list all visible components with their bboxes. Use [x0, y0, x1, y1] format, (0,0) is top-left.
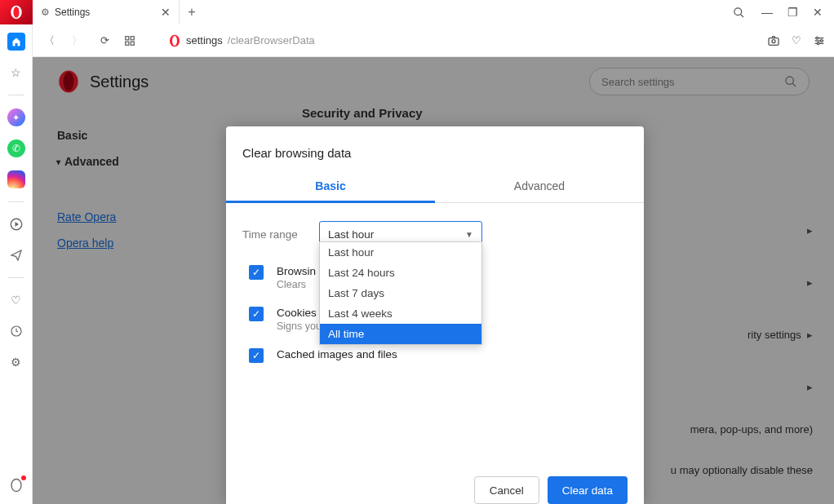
svg-point-17	[817, 42, 819, 45]
svg-point-16	[820, 39, 823, 42]
time-range-dropdown: Last hour Last 24 hours Last 7 days Last…	[319, 241, 482, 345]
sidebar-history-icon[interactable]	[7, 322, 25, 340]
sidebar-bookmark-icon[interactable]: ☆	[7, 64, 25, 82]
svg-point-1	[13, 7, 19, 18]
svg-rect-4	[126, 36, 129, 39]
time-range-value: Last hour	[328, 228, 374, 241]
svg-point-20	[11, 480, 21, 492]
checkbox-browsing-history[interactable]: ✓	[249, 265, 264, 280]
close-tab-icon[interactable]: ✕	[161, 6, 171, 19]
minimize-button[interactable]: —	[761, 6, 773, 19]
clear-data-button[interactable]: Clear data	[548, 476, 628, 504]
option-last-24-hours[interactable]: Last 24 hours	[320, 263, 481, 283]
time-range-label: Time range	[242, 228, 309, 241]
sidebar-home-icon[interactable]	[7, 33, 25, 51]
browsing-history-sub: Clears	[277, 279, 316, 290]
speed-dial-icon[interactable]	[124, 35, 140, 46]
maximize-button[interactable]: ❐	[787, 6, 798, 19]
option-all-time[interactable]: All time	[320, 324, 481, 344]
option-last-hour[interactable]: Last hour	[320, 242, 481, 263]
easy-setup-icon[interactable]	[813, 34, 826, 47]
opera-menu-button[interactable]	[0, 0, 33, 24]
forward-button: 〉	[69, 33, 85, 48]
address-bar[interactable]: settings/clearBrowserData	[168, 34, 315, 47]
sidebar-divider	[8, 95, 24, 95]
cancel-button[interactable]: Cancel	[474, 476, 539, 504]
new-tab-button[interactable]: +	[180, 0, 204, 24]
svg-rect-10	[769, 38, 779, 45]
dialog-title: Clear browsing data	[226, 126, 644, 171]
sidebar-opera-icon[interactable]	[7, 476, 25, 494]
svg-line-3	[741, 14, 743, 16]
sidebar-settings-icon[interactable]: ⚙	[7, 353, 25, 371]
tab-basic[interactable]: Basic	[226, 171, 435, 203]
sidebar-messenger-icon[interactable]: ✦	[7, 108, 25, 126]
clear-browsing-data-dialog: Clear browsing data Basic Advanced Time …	[226, 126, 644, 504]
svg-rect-5	[131, 36, 134, 39]
svg-point-11	[772, 39, 775, 42]
browser-tab[interactable]: ⚙ Settings ✕	[33, 0, 180, 24]
sidebar-instagram-icon[interactable]	[7, 170, 25, 188]
sidebar-heart-icon[interactable]: ♡	[7, 291, 25, 309]
browser-sidebar: ☆ ✦ ✆ ♡ ⚙	[0, 24, 33, 504]
svg-rect-6	[126, 42, 129, 45]
tab-advanced[interactable]: Advanced	[435, 171, 644, 202]
option-last-4-weeks[interactable]: Last 4 weeks	[320, 303, 481, 324]
cache-label: Cached images and files	[277, 348, 397, 360]
sidebar-divider	[8, 201, 24, 202]
checkbox-cookies[interactable]: ✓	[249, 307, 264, 321]
reload-button[interactable]: ⟳	[96, 34, 113, 46]
gear-icon: ⚙	[41, 7, 50, 18]
sidebar-whatsapp-icon[interactable]: ✆	[7, 139, 25, 157]
sidebar-send-icon[interactable]	[7, 246, 25, 264]
tab-title: Settings	[55, 7, 90, 18]
back-button[interactable]: 〈	[41, 33, 57, 48]
checkbox-cache[interactable]: ✓	[249, 348, 264, 363]
svg-point-9	[172, 36, 177, 46]
sidebar-player-icon[interactable]	[7, 215, 25, 233]
titlebar-search-icon[interactable]	[733, 7, 745, 19]
heart-icon[interactable]: ♡	[792, 34, 801, 47]
snapshot-icon[interactable]	[767, 34, 780, 47]
svg-point-2	[734, 7, 742, 15]
option-last-7-days[interactable]: Last 7 days	[320, 283, 481, 303]
opera-o-icon	[168, 34, 181, 47]
url-scheme: settings	[186, 34, 223, 46]
url-path: /clearBrowserData	[228, 34, 315, 46]
svg-rect-7	[131, 42, 134, 45]
sidebar-divider	[8, 277, 24, 278]
svg-point-15	[816, 37, 818, 39]
browsing-history-label: Browsin	[277, 265, 316, 277]
close-window-button[interactable]: ✕	[813, 6, 823, 19]
chevron-down-icon: ▼	[465, 230, 473, 239]
